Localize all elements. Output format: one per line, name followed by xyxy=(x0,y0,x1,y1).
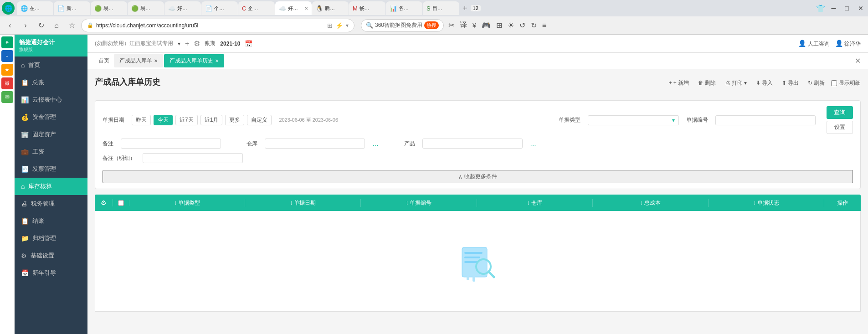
date-yesterday[interactable]: 昨天 xyxy=(132,115,151,125)
sidebar-item-inventory[interactable]: ⌂ 库存核算 xyxy=(15,178,87,195)
close-panel-button[interactable]: ✕ xyxy=(855,57,861,65)
sidebar-item-fixed-assets[interactable]: 🏢 固定资产 xyxy=(15,126,87,143)
tab-8-close[interactable]: ✕ xyxy=(304,6,308,11)
th-gear[interactable]: ⚙ xyxy=(95,199,113,206)
tab-12[interactable]: S 目… xyxy=(423,1,459,15)
scissors-icon[interactable]: ✂ xyxy=(447,20,455,31)
tab-history[interactable]: 产成品入库单历史 ✕ xyxy=(164,54,224,67)
th-total-cost[interactable]: ↕ 总成本 xyxy=(593,199,709,207)
sidebar-item-checkout[interactable]: 📋 结账 xyxy=(15,212,87,230)
app-icon-email[interactable]: ✉ xyxy=(1,91,13,103)
menu-icon[interactable]: ≡ xyxy=(541,21,547,31)
import-button[interactable]: ⬇ 导入 xyxy=(753,78,776,88)
app-icon-360[interactable]: e xyxy=(1,36,13,48)
sidebar-item-basic-settings[interactable]: ⚙ 基础设置 xyxy=(15,247,87,264)
company-select[interactable]: ▾ xyxy=(178,41,180,47)
calendar-button[interactable]: 📅 xyxy=(245,40,252,47)
user-avatar[interactable]: 👤 徐泽华 xyxy=(835,40,861,48)
tab-7[interactable]: C 企… xyxy=(238,1,275,15)
refresh-button[interactable]: ↻ 刷新 xyxy=(805,78,827,88)
date-more[interactable]: 更多 xyxy=(225,115,244,125)
sidebar-item-fund[interactable]: 💰 资金管理 xyxy=(15,108,87,126)
translate-icon[interactable]: 译 xyxy=(459,20,468,31)
tab-11[interactable]: 📊 各… xyxy=(386,1,422,15)
tab-4[interactable]: 🟢 易… xyxy=(128,1,164,15)
maximize-button[interactable]: □ xyxy=(842,4,852,13)
tab-6[interactable]: 📄 个… xyxy=(201,1,238,15)
forward-button[interactable]: › xyxy=(19,19,32,32)
sidebar-item-payroll[interactable]: 💼 工资 xyxy=(15,143,87,160)
th-status[interactable]: ↕ 单据状态 xyxy=(709,199,824,207)
show-detail-label[interactable]: 显示明细 xyxy=(831,79,861,87)
th-voucher-type[interactable]: ↕ 单据类型 xyxy=(129,199,245,207)
sidebar-item-home[interactable]: ⌂ 首页 xyxy=(15,57,87,74)
grid-apps-icon[interactable]: ⊞ xyxy=(495,20,503,31)
shirt-icon[interactable]: 👕 xyxy=(816,4,825,13)
remark-input[interactable] xyxy=(121,139,221,149)
sidebar-item-archive[interactable]: 📁 归档管理 xyxy=(15,230,87,247)
yuan-icon[interactable]: ¥ xyxy=(472,21,477,30)
tab-3[interactable]: 🟢 易… xyxy=(91,1,127,15)
remark-detail-input[interactable] xyxy=(143,153,243,163)
app-icon-star[interactable]: ★ xyxy=(1,64,13,76)
url-bar[interactable]: 🔒 https://cloud.chanjet.com/accounting/u… xyxy=(81,19,354,32)
lightning-icon[interactable]: ⚡ xyxy=(335,22,343,29)
search-bar[interactable]: 🔍 360智能抠图免费用 热搜 xyxy=(361,19,444,32)
sidebar-item-tax[interactable]: 🖨 税务管理 xyxy=(15,195,87,212)
select-all-checkbox[interactable] xyxy=(118,200,124,206)
tab-10[interactable]: M 畅… xyxy=(349,1,385,15)
add-company-button[interactable]: + xyxy=(185,40,189,48)
app-icon-weibo[interactable]: 微 xyxy=(1,77,13,89)
tab-5[interactable]: ☁️ 好… xyxy=(164,1,201,15)
grid-icon[interactable]: ⊞ xyxy=(327,22,333,29)
th-checkbox[interactable] xyxy=(113,200,129,206)
export-button[interactable]: ⬆ 导出 xyxy=(779,78,801,88)
new-tab-button[interactable]: + xyxy=(460,4,470,13)
sidebar-item-new-period[interactable]: 📅 新年引导 xyxy=(15,264,87,282)
undo-icon[interactable]: ↺ xyxy=(519,20,526,31)
voucher-no-input[interactable] xyxy=(715,115,816,125)
minimize-button[interactable]: ─ xyxy=(829,4,839,13)
home-button[interactable]: ⌂ xyxy=(50,19,63,32)
date-1month[interactable]: 近1月 xyxy=(200,115,223,125)
filter-settings-button[interactable]: 设置 xyxy=(827,121,853,134)
app-icon-blue[interactable]: + xyxy=(1,50,13,62)
print-button[interactable]: 🖨 打印 ▾ xyxy=(722,78,750,88)
ai-consult[interactable]: 👤 人工咨询 xyxy=(798,40,829,48)
tab-list[interactable]: 产成品入库单 ✕ xyxy=(114,54,163,67)
tab-history-close[interactable]: ✕ xyxy=(215,58,219,63)
date-today[interactable]: 今天 xyxy=(154,115,173,125)
product-input[interactable] xyxy=(422,139,523,149)
th-voucher-no[interactable]: ↕ 单据编号 xyxy=(361,199,477,207)
settings-header-button[interactable]: ⚙ xyxy=(194,39,200,48)
query-button[interactable]: 查询 xyxy=(827,106,853,119)
sidebar-item-cloud-report[interactable]: 📊 云报表中心 xyxy=(15,91,87,108)
th-voucher-date[interactable]: ↕ 单据日期 xyxy=(245,199,361,207)
add-button[interactable]: + + 新增 xyxy=(666,78,692,88)
bookmark-button[interactable]: ☆ xyxy=(66,19,78,32)
voucher-type-select[interactable]: ▾ xyxy=(588,115,679,125)
back-button[interactable]: ‹ xyxy=(4,19,16,32)
show-detail-checkbox[interactable] xyxy=(831,80,837,86)
warehouse-input[interactable] xyxy=(265,139,365,149)
breadcrumb-home[interactable]: 首页 xyxy=(95,54,113,67)
tab-1[interactable]: 🌐 在… xyxy=(17,1,53,15)
sidebar-item-invoice[interactable]: 🧾 发票管理 xyxy=(15,160,87,178)
dropdown-arrow[interactable]: ▾ xyxy=(346,22,349,29)
product-dots[interactable]: … xyxy=(530,140,536,147)
brightness-icon[interactable]: ☀ xyxy=(507,20,515,31)
date-7days[interactable]: 近7天 xyxy=(175,115,198,125)
collapse-button[interactable]: ∧ 收起更多条件 xyxy=(103,170,853,183)
redo-icon[interactable]: ↻ xyxy=(530,20,538,31)
close-button[interactable]: ✕ xyxy=(855,4,866,13)
tab-2[interactable]: 📄 新… xyxy=(54,1,90,15)
tab-9[interactable]: 🐧 腾… xyxy=(312,1,349,15)
refresh-button[interactable]: ↻ xyxy=(35,19,47,32)
sidebar-item-general-ledger[interactable]: 📋 总账 xyxy=(15,74,87,91)
th-warehouse[interactable]: ↕ 仓库 xyxy=(477,199,593,207)
tab-8-active[interactable]: ☁️ 好… ✕ xyxy=(275,1,312,15)
tab-list-close[interactable]: ✕ xyxy=(154,58,158,63)
warehouse-dots[interactable]: … xyxy=(372,140,379,147)
game-icon[interactable]: 🎮 xyxy=(481,20,492,31)
delete-button[interactable]: 🗑 删除 xyxy=(695,78,719,88)
